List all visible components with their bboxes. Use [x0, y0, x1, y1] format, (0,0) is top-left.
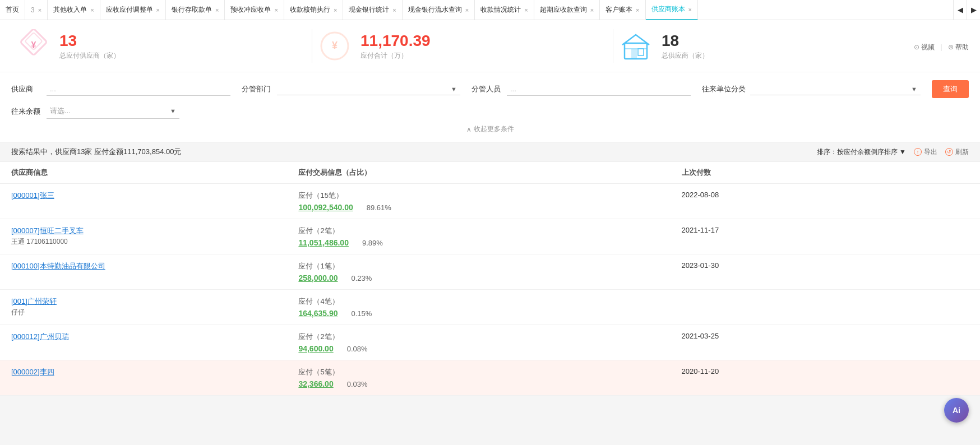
transaction-info-1: 应付（2笔） 11,051,486.00 9.89%: [298, 226, 681, 247]
nav-tab-cash-bank-flow[interactable]: 现金银行流水查询 ×: [403, 0, 475, 20]
nav-prev-arrow[interactable]: ◀: [953, 0, 967, 20]
table-row: [000001]张三 应付（15笔） 100,092,540.00 89.61%…: [0, 184, 980, 219]
total-payable-icon: ¥: [318, 29, 352, 63]
nav-tab-bank-deposit-label: 银行存取款单: [172, 5, 212, 15]
col-header-last-payment: 上次付数: [682, 168, 969, 178]
transaction-info-0: 应付（15笔） 100,092,540.00 89.61%: [298, 191, 681, 212]
supplier-link-1[interactable]: [000007]恒旺二手叉车: [11, 226, 298, 236]
svg-text:¥: ¥: [31, 40, 36, 50]
supplier-filter-input[interactable]: [47, 82, 230, 96]
stat-card-total-payable: ¥ 11,170.39 应付合计（万）: [312, 29, 613, 63]
nav-tab-customer-ledger-close[interactable]: ×: [636, 7, 639, 13]
result-actions: 排序：按应付余额倒序排序 ▼ ↑ 导出 ↺ 刷新: [817, 147, 969, 157]
nav-tab-bank-deposit-close[interactable]: ×: [215, 7, 219, 13]
balance-filter-label: 往来余额: [11, 106, 42, 117]
nav-tab-receipt-stat-close[interactable]: ×: [524, 7, 528, 13]
top-right-links: ⊙ 视频 ｜ ⊚ 帮助: [914, 40, 969, 52]
nav-tab-overdue-ar-label: 超期应收款查询: [540, 5, 587, 15]
nav-tab-advance-ar-label: 预收冲应收单: [230, 5, 271, 15]
help-link[interactable]: ⊚ 帮助: [948, 43, 969, 52]
sort-select[interactable]: 排序：按应付余额倒序排序 ▼: [817, 147, 906, 157]
filter-category: 往来单位分类 ▼: [702, 84, 921, 95]
tx-label-4: 应付（2笔）: [298, 332, 681, 342]
collapse-btn-label: 收起更多条件: [474, 124, 514, 134]
supplier-filter-label: 供应商: [11, 84, 42, 94]
nav-tab-other-income[interactable]: 其他收入单 ×: [48, 0, 100, 20]
nav-tab-supplier-ledger[interactable]: 供应商账本 ×: [646, 0, 698, 20]
query-button[interactable]: 查询: [932, 80, 969, 98]
tx-label-3: 应付（4笔）: [298, 296, 681, 307]
header-stats: ¥ 13 总应付供应商（家） ¥ 11,170.39 应付合计（万）: [0, 20, 980, 72]
last-payment-1: 2021-11-17: [682, 226, 969, 234]
balance-dropdown-icon: ▼: [170, 108, 176, 114]
nav-tab-3[interactable]: 3 ×: [25, 0, 48, 20]
balance-filter-select[interactable]: 请选... ▼: [47, 104, 179, 119]
filter-supplier: 供应商: [11, 82, 230, 96]
tx-amount-4[interactable]: 94,600.00: [298, 344, 333, 353]
supplier-link-5[interactable]: [000002]李四: [11, 367, 298, 377]
supplier-link-2[interactable]: [000100]本特勤油品有限公司: [11, 261, 298, 271]
export-btn[interactable]: ↑ 导出: [914, 147, 937, 157]
supplier-link-3[interactable]: [001]广州荣轩: [11, 296, 298, 307]
video-link[interactable]: ⊙ 视频: [914, 43, 935, 52]
nav-tab-receipt-stat[interactable]: 收款情况统计 ×: [475, 0, 534, 20]
tx-amount-1[interactable]: 11,051,486.00: [298, 238, 349, 247]
supplier-link-4[interactable]: [000012]广州贝瑞: [11, 332, 298, 342]
tx-amount-0[interactable]: 100,092,540.00: [298, 203, 353, 212]
category-filter-select[interactable]: ▼: [750, 84, 921, 95]
nav-tab-customer-ledger-label: 客户账本: [605, 5, 632, 15]
nav-tab-cash-bank-stat[interactable]: 现金银行统计 ×: [343, 0, 402, 20]
last-payment-2: 2023-01-30: [682, 261, 969, 270]
last-payment-5: 2020-11-20: [682, 367, 969, 376]
table-header: 供应商信息 应付交易信息（占比） 上次付数: [0, 162, 980, 184]
dept-filter-select[interactable]: ▼: [277, 84, 461, 95]
nav-tab-receipt-verify-close[interactable]: ×: [334, 7, 337, 13]
link-divider: ｜: [938, 43, 945, 52]
supplier-info-0: [000001]张三: [11, 191, 298, 201]
table-row: [000012]广州贝瑞 应付（2笔） 94,600.00 0.08% 2021…: [0, 325, 980, 360]
svg-rect-6: [631, 49, 637, 59]
tx-percent-1: 9.89%: [362, 239, 383, 247]
refresh-btn[interactable]: ↺ 刷新: [945, 147, 969, 157]
nav-tab-ar-ap-adjust[interactable]: 应收应付调整单 ×: [100, 0, 166, 20]
top-nav: 首页 3 × 其他收入单 × 应收应付调整单 × 银行存取款单 × 预收冲应收单…: [0, 0, 980, 20]
stat-card-suppliers: ¥ 13 总应付供应商（家）: [11, 29, 312, 63]
tx-amount-2[interactable]: 258,000.00: [298, 274, 338, 282]
stat-card-total-suppliers: 18 总供应商（家）: [613, 29, 914, 63]
transaction-info-3: 应付（4笔） 164,635.90 0.15%: [298, 296, 681, 318]
nav-tab-receipt-verify[interactable]: 收款核销执行 ×: [284, 0, 343, 20]
nav-tab-bank-deposit[interactable]: 银行存取款单 ×: [166, 0, 225, 20]
nav-tab-overdue-ar-close[interactable]: ×: [590, 7, 594, 13]
stat-total-suppliers-number: 18: [662, 31, 709, 50]
tx-amount-5[interactable]: 32,366.00: [298, 379, 333, 388]
last-payment-0: 2022-08-08: [682, 191, 969, 199]
nav-tab-other-income-close[interactable]: ×: [90, 7, 94, 13]
nav-tab-supplier-ledger-close[interactable]: ×: [688, 6, 692, 13]
col-header-supplier: 供应商信息: [11, 168, 298, 178]
tx-amount-3[interactable]: 164,635.90: [298, 309, 338, 318]
nav-tab-ar-ap-adjust-label: 应收应付调整单: [106, 5, 153, 15]
nav-tab-advance-ar-close[interactable]: ×: [274, 7, 278, 13]
nav-next-arrow[interactable]: ▶: [967, 0, 980, 20]
filter-person: 分管人员: [471, 82, 691, 96]
transaction-info-5: 应付（5笔） 32,366.00 0.03%: [298, 367, 681, 388]
nav-tab-customer-ledger[interactable]: 客户账本 ×: [600, 0, 645, 20]
nav-tab-ar-ap-adjust-close[interactable]: ×: [156, 7, 160, 13]
filter-row-2: 往来余额 请选... ▼: [11, 104, 179, 119]
collapse-up-icon: ∧: [466, 126, 471, 133]
nav-tab-receipt-verify-label: 收款核销执行: [290, 5, 330, 15]
person-filter-input[interactable]: [507, 82, 691, 96]
supplier-info-2: [000100]本特勤油品有限公司: [11, 261, 298, 271]
table-row: [000100]本特勤油品有限公司 应付（1笔） 258,000.00 0.23…: [0, 254, 980, 290]
supplier-link-0[interactable]: [000001]张三: [11, 191, 298, 201]
nav-tab-cash-bank-flow-close[interactable]: ×: [465, 7, 469, 13]
supplier-info-1: [000007]恒旺二手叉车 王通 17106110000: [11, 226, 298, 247]
nav-tab-cash-bank-stat-close[interactable]: ×: [392, 7, 396, 13]
nav-tab-advance-ar[interactable]: 预收冲应收单 ×: [225, 0, 284, 20]
nav-tab-3-close[interactable]: ×: [38, 7, 41, 13]
stat-total-payable-label: 应付合计（万）: [360, 51, 431, 61]
collapse-filter-btn[interactable]: ∧ 收起更多条件: [11, 124, 969, 134]
nav-tab-home[interactable]: 首页: [0, 0, 25, 20]
nav-tab-overdue-ar[interactable]: 超期应收款查询 ×: [534, 0, 600, 20]
tx-label-1: 应付（2笔）: [298, 226, 681, 236]
